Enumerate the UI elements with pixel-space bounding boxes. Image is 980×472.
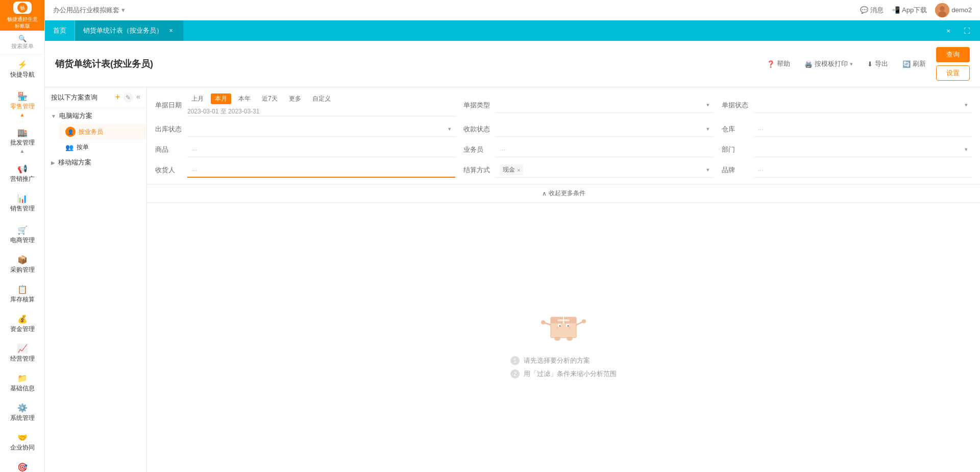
settlement-select[interactable]: 现金 × ▾	[496, 162, 714, 178]
logo-icon: 畅	[13, 2, 32, 14]
panel-header: 按以下方案查询 + ✎ «	[45, 87, 146, 108]
warehouse-select[interactable]: ···	[754, 122, 972, 137]
brand-label: 品牌	[722, 166, 750, 175]
date-btn-this-month[interactable]: 本月	[211, 93, 231, 104]
collapse-panel-btn[interactable]: «	[136, 92, 140, 103]
sidebar-item-beginner[interactable]: 🎯 新手引导	[0, 457, 44, 472]
collapse-bar: ∧ 收起更多条件	[147, 184, 980, 203]
payment-select[interactable]: ▾	[496, 122, 714, 137]
query-button[interactable]: 查询	[936, 47, 970, 62]
type-select[interactable]: ▾	[496, 98, 714, 113]
sidebar-item-operations[interactable]: 📈 经营管理	[0, 339, 44, 368]
window-expand-btn[interactable]: ⛶	[960, 23, 974, 38]
enterprise-icon: 🤝	[17, 433, 28, 442]
edit-scheme-btn[interactable]: ✎	[123, 92, 133, 103]
sidebar-item-retail[interactable]: 🏪 零售管理 ▲	[0, 86, 44, 123]
sidebar-item-inventory[interactable]: 📋 库存核算	[0, 279, 44, 309]
settlement-tag: 现金 ×	[500, 164, 523, 175]
svg-point-9	[554, 337, 560, 341]
sidebar-item-finance[interactable]: 💰 资金管理	[0, 309, 44, 339]
svg-point-15	[556, 326, 559, 329]
sidebar-item-wholesale[interactable]: 🏬 批发管理 ▲	[0, 123, 44, 159]
svg-text:畅: 畅	[20, 5, 25, 11]
sidebar-item-label: 电商管理	[10, 236, 35, 245]
tree-item-mobile[interactable]: ▶ 移动端方案	[45, 155, 146, 170]
sidebar-item-enterprise[interactable]: 🤝 企业协同	[0, 428, 44, 457]
sidebar-item-label: 批发管理	[10, 138, 35, 147]
date-btn-7days[interactable]: 近7天	[258, 93, 282, 104]
basic-info-icon: 📁	[17, 373, 28, 383]
sidebar-item-marketing[interactable]: 📢 营销推广	[0, 159, 44, 188]
topbar: 办公用品行业模拟账套 ▾ 💬 消息 📲 App下载 demo2	[45, 0, 980, 20]
help-btn[interactable]: ❓ 帮助	[763, 57, 794, 70]
export-btn[interactable]: ⬇ 导出	[863, 57, 892, 70]
order-icon: 👥	[65, 144, 74, 151]
sidebar-item-system[interactable]: ⚙️ 系统管理	[0, 398, 44, 428]
date-btn-more[interactable]: 更多	[285, 93, 305, 104]
sidebar-item-quick-nav[interactable]: ⚡ 快捷导航	[0, 55, 44, 84]
sidebar: 畅 畅捷通好生意 标账版 🔍 搜索菜单 ⚡ 快捷导航 🏪 零售管理 ▲ 🏬 批发…	[0, 0, 45, 472]
date-btn-custom[interactable]: 自定义	[308, 93, 335, 104]
message-icon: 💬	[860, 6, 868, 14]
help-label: 帮助	[777, 59, 790, 68]
app-sub: 标账版	[15, 22, 30, 30]
app-download-icon: 📲	[892, 6, 900, 14]
search-menu[interactable]: 🔍 搜索菜单	[0, 31, 44, 55]
out-status-select[interactable]: ▾	[187, 122, 455, 137]
print-btn[interactable]: 🖨️ 按模板打印 ▾	[800, 57, 857, 70]
tab-home[interactable]: 首页	[45, 20, 75, 41]
window-close-btn[interactable]: ×	[941, 23, 955, 38]
department-select[interactable]: ▾	[754, 142, 972, 157]
settlement-tag-close[interactable]: ×	[517, 167, 520, 173]
app-download-btn[interactable]: 📲 App下载	[892, 6, 927, 15]
tree-desktop-children: 👤 按业务员 👥 按单	[45, 124, 146, 155]
system-icon: ⚙️	[17, 403, 28, 413]
message-label: 消息	[870, 6, 884, 15]
tab-active[interactable]: 销货单统计表（按业务员） ×	[75, 20, 183, 41]
workspace-chevron: ▾	[121, 6, 125, 14]
filter-warehouse: 仓库 ···	[722, 122, 972, 137]
svg-point-4	[938, 11, 946, 17]
date-range: 2023-03-01 至 2023-03-31	[187, 107, 455, 116]
empty-state: 1 请先选择要分析的方案 2 用「过滤」条件来缩小分析范围	[147, 203, 980, 472]
brand-select[interactable]: ···	[754, 162, 972, 178]
settlement-label: 结算方式	[463, 166, 492, 175]
sidebar-item-basic-info[interactable]: 📁 基础信息	[0, 368, 44, 398]
sidebar-item-label: 销售管理	[10, 204, 35, 213]
sidebar-item-purchase[interactable]: 📦 采购管理	[0, 250, 44, 279]
payment-label: 收款状态	[463, 125, 492, 134]
refresh-btn[interactable]: 🔄 刷新	[898, 57, 930, 70]
filter-row-1: 单据日期 上月 本月 本年 近7天 更多 自定义 20	[155, 93, 972, 116]
tip-2: 2 用「过滤」条件来缩小分析范围	[510, 369, 617, 379]
marketing-icon: 📢	[17, 164, 28, 174]
type-chevron: ▾	[706, 102, 709, 108]
collapse-btn[interactable]: ∧ 收起更多条件	[537, 187, 591, 199]
tree-item-by-order[interactable]: 👥 按单	[59, 140, 146, 155]
workspace-dropdown[interactable]: 办公用品行业模拟账套 ▾	[53, 6, 125, 15]
settings-button[interactable]: 设置	[936, 65, 970, 81]
sidebar-item-ecommerce[interactable]: 🛒 电商管理	[0, 220, 44, 250]
receiver-label: 收货人	[155, 166, 183, 175]
goods-select[interactable]: ···	[187, 142, 455, 157]
filter-goods: 商品 ···	[155, 142, 455, 157]
payment-chevron: ▾	[706, 126, 709, 132]
filter-receiver: 收货人 ···	[155, 162, 455, 178]
user-profile[interactable]: demo2	[935, 3, 972, 17]
receiver-input[interactable]: ···	[187, 162, 455, 178]
tree-collapse-icon: ▼	[51, 113, 56, 119]
date-btn-last-month[interactable]: 上月	[187, 93, 208, 104]
filter-settlement: 结算方式 现金 × ▾	[463, 162, 714, 178]
beginner-icon: 🎯	[17, 462, 28, 472]
add-scheme-btn[interactable]: +	[115, 92, 120, 103]
tab-close-btn[interactable]: ×	[167, 27, 175, 35]
tree-item-desktop[interactable]: ▼ 电脑端方案	[45, 108, 146, 124]
left-panel: 按以下方案查询 + ✎ « ▼ 电脑端方案 👤 按业务员	[45, 87, 147, 472]
sidebar-item-sales[interactable]: 📊 销售管理	[0, 188, 44, 218]
salesperson-select[interactable]: ···	[496, 142, 714, 157]
message-btn[interactable]: 💬 消息	[860, 6, 884, 15]
tab-active-label: 销货单统计表（按业务员）	[83, 26, 163, 35]
help-icon: ❓	[767, 60, 775, 68]
status-select[interactable]: ▾	[754, 98, 972, 113]
tree-item-by-salesperson[interactable]: 👤 按业务员	[59, 124, 146, 140]
date-btn-this-year[interactable]: 本年	[234, 93, 255, 104]
